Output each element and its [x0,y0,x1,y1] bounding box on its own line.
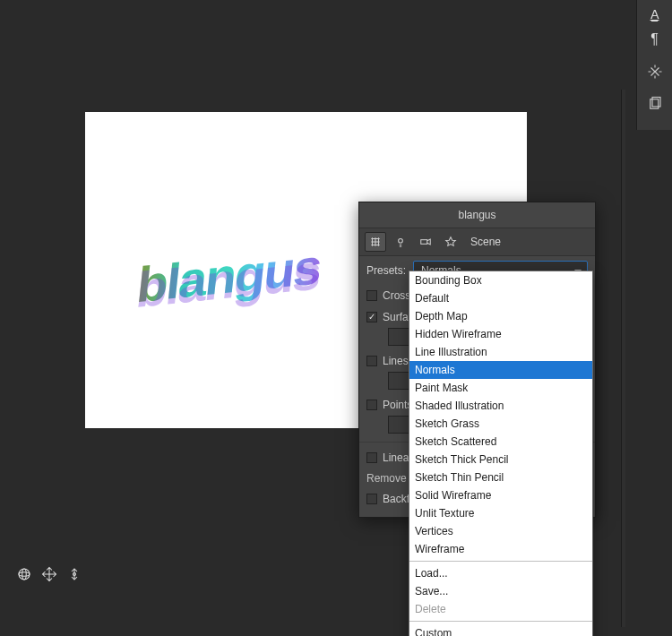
orbit-icon[interactable] [16,566,32,582]
tab-camera-icon[interactable] [415,232,436,252]
paragraph-panel-icon[interactable]: ¶ [637,27,672,52]
surface-checkbox[interactable] [366,312,377,322]
dd-separator [409,621,592,622]
canvas-3d-text[interactable]: blangus [134,237,323,314]
dd-item[interactable]: Sketch Grass [409,415,592,433]
dd-item[interactable]: Unlit Texture [409,504,592,522]
dd-item[interactable]: Line Illustration [409,343,592,361]
dd-delete: Delete [409,600,592,618]
dolly-icon[interactable] [66,566,82,582]
pan-icon[interactable] [41,566,57,582]
presets-dropdown[interactable]: Bounding Box Default Depth Map Hidden Wi… [409,271,593,636]
pages-icon[interactable] [637,91,672,116]
tab-light-icon[interactable] [390,232,411,252]
presets-label: Presets: [366,264,408,277]
cross-section-checkbox[interactable] [366,290,377,301]
points-style-combo[interactable] [388,416,409,434]
tab-scene[interactable]: Scene [470,236,501,248]
svg-point-3 [19,572,30,577]
tools-icon[interactable] [637,59,672,84]
linearize-checkbox[interactable] [366,452,377,463]
svg-rect-7 [421,240,427,245]
dd-item-selected[interactable]: Normals [409,361,592,379]
dd-item[interactable]: Sketch Thick Pencil [409,451,592,468]
dd-item[interactable]: Sketch Thin Pencil [409,468,592,486]
dd-item[interactable]: Paint Mask [409,379,592,397]
svg-point-4 [22,569,27,580]
dd-custom[interactable]: Custom [409,624,592,636]
svg-point-6 [399,239,403,244]
svg-point-2 [19,569,30,580]
lines-checkbox[interactable] [366,356,377,366]
dd-item[interactable]: Solid Wireframe [409,486,592,504]
character-panel-icon[interactable]: A̲ [637,2,672,27]
points-checkbox[interactable] [366,400,377,410]
dd-item[interactable]: Shaded Illustration [409,397,592,415]
dd-save[interactable]: Save... [409,582,592,600]
dd-item[interactable]: Vertices [409,522,592,540]
dd-item[interactable]: Hidden Wireframe [409,325,592,343]
lines-style-combo[interactable] [388,372,409,390]
backface-checkbox[interactable] [366,494,377,504]
right-toolbar: A̲ ¶ [636,0,672,130]
viewport-tools [16,566,82,582]
panel-scrollbar[interactable] [621,90,625,627]
dd-item[interactable]: Depth Map [409,307,592,325]
dd-item[interactable]: Bounding Box [409,271,592,289]
svg-rect-1 [652,98,660,107]
dd-item[interactable]: Wireframe [409,540,592,558]
tab-environment-icon[interactable] [440,232,461,252]
panel-tabs: Scene [359,228,595,256]
tab-mesh-icon[interactable] [365,232,386,252]
dd-item[interactable]: Default [409,289,592,307]
panel-title: blangus [359,202,595,228]
dd-separator [409,561,592,562]
surface-style-combo[interactable] [388,328,409,346]
dd-load[interactable]: Load... [409,564,592,582]
lines-label: Lines [383,355,409,367]
dd-item[interactable]: Sketch Scattered [409,433,592,451]
svg-rect-0 [650,99,658,109]
